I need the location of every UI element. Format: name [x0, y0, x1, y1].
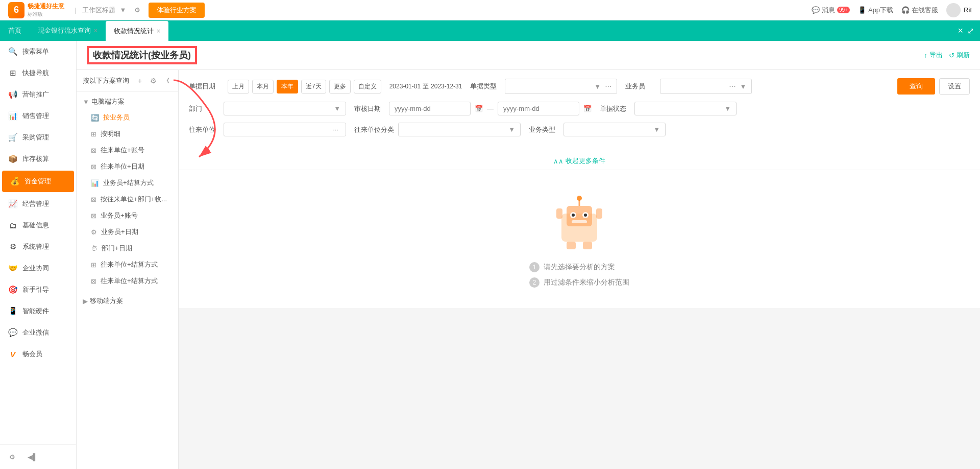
- scheme-item-unit-payment1[interactable]: ⊞ 往来单位+结算方式: [77, 256, 178, 273]
- message-badge: 99+: [837, 7, 850, 13]
- scheme-item-by-staff[interactable]: 🔄 按业务员: [77, 109, 178, 126]
- svg-rect-13: [583, 242, 592, 249]
- workspace-title: 工作区标题: [82, 6, 115, 15]
- scheme-item-staff-date[interactable]: ⚙ 业务员+日期: [77, 224, 178, 240]
- app-name: 畅捷通好生意 标准版: [28, 2, 64, 18]
- staff-select[interactable]: ··· ▼: [660, 79, 752, 94]
- scheme-item-unit-payment2[interactable]: ⊠ 往来单位+结算方式: [77, 273, 178, 289]
- export-icon: ↑: [924, 52, 928, 59]
- sidebar-item-marketing[interactable]: 📢 营销推广: [0, 84, 76, 105]
- export-btn[interactable]: ↑ 导出: [924, 51, 943, 60]
- sidebar-item-sales[interactable]: 📊 销售管理: [0, 105, 76, 127]
- date-btn-last-7days[interactable]: 近7天: [301, 80, 326, 93]
- newguide-icon: 🎯: [8, 285, 17, 294]
- sidebar-item-basic[interactable]: 🗂 基础信息: [0, 215, 76, 236]
- scheme-item-icon-2: ⊠: [91, 147, 96, 154]
- scheme-header: 按以下方案查询 + ⚙ 《: [77, 70, 178, 92]
- voucher-type-group: 单据类型 ▼ ···: [470, 79, 617, 94]
- sidebar-item-system[interactable]: ⚙ 系统管理: [0, 236, 76, 257]
- scheme-item-unit-dept[interactable]: ⊠ 按往来单位+部门+收...: [77, 191, 178, 207]
- scheme-item-unit-date[interactable]: ⊠ 往来单位+日期: [77, 158, 178, 175]
- scheme-item-staff-payment[interactable]: 📊 业务员+结算方式: [77, 175, 178, 191]
- tab-maximize[interactable]: ⤢: [967, 26, 974, 36]
- scheme-collapse-btn[interactable]: 《: [161, 75, 172, 86]
- sidebar-item-purchase[interactable]: 🛒 采购管理: [0, 127, 76, 148]
- sidebar-item-wechat[interactable]: 💬 企业微信: [0, 322, 76, 343]
- sidebar-item-hardware[interactable]: 📱 智能硬件: [0, 300, 76, 322]
- scheme-item-staff-account[interactable]: ⊠ 业务员+账号: [77, 207, 178, 224]
- counterpart-type-select[interactable]: ▼: [398, 123, 521, 136]
- chevron-down-icon: ▼: [594, 83, 601, 90]
- tab-collection-stats[interactable]: 收款情况统计 ×: [106, 21, 168, 41]
- sidebar-item-member[interactable]: V 畅会员: [0, 343, 76, 365]
- sidebar-item-finance[interactable]: 💰 资金管理: [2, 171, 74, 192]
- wechat-icon: 💬: [8, 328, 17, 337]
- scheme-item-unit-account[interactable]: ⊠ 往来单位+账号: [77, 142, 178, 158]
- marketing-icon: 📢: [8, 90, 17, 99]
- sidebar-item-quicknav[interactable]: ⊞ 快捷导航: [0, 62, 76, 84]
- settings-btn[interactable]: 设置: [939, 78, 970, 95]
- chevron-down-icon-3: ▼: [334, 105, 340, 112]
- tab-close-collection-stats[interactable]: ×: [157, 28, 160, 35]
- scheme-section-desktop-title[interactable]: ▼ 电脑端方案: [77, 94, 178, 109]
- voucher-status-select[interactable]: ▼: [634, 102, 737, 115]
- query-btn[interactable]: 查询: [897, 78, 935, 95]
- member-icon: V: [8, 349, 17, 359]
- counterpart-select[interactable]: ···: [224, 123, 346, 136]
- sidebar-item-enterprise[interactable]: 🤝 企业协同: [0, 257, 76, 279]
- content-area: 收款情况统计(按业务员) ↑ 导出 ↺ 刷新 按以下方案查询: [77, 41, 980, 469]
- filter-panel: 单据日期 上月 本月 本年 近7天 更多 自定义 2023-01-01 至: [179, 70, 980, 469]
- search-icon: 🔍: [8, 47, 17, 56]
- scheme-item-by-detail[interactable]: ⊞ 按明细: [77, 126, 178, 142]
- review-date-to[interactable]: [498, 102, 579, 115]
- app-download-btn[interactable]: 📱 App下载: [858, 6, 893, 15]
- empty-hint-2: 2 用过滤条件来缩小分析范围: [529, 277, 629, 288]
- message-btn[interactable]: 💬 消息 99+: [812, 6, 850, 15]
- dropdown-icon[interactable]: ▼: [119, 6, 126, 14]
- filter-row-2: 部门 ▼ 审核日期 📅 — 📅: [189, 102, 970, 115]
- more-icon: ···: [605, 82, 611, 91]
- calendar-icon-2[interactable]: 📅: [583, 105, 592, 112]
- online-service-btn[interactable]: 🎧 在线客服: [901, 6, 938, 15]
- counterpart-label: 往来单位: [189, 125, 219, 134]
- trial-btn[interactable]: 体验行业方案: [149, 3, 205, 18]
- sidebar-item-inventory[interactable]: 📦 库存核算: [0, 148, 76, 170]
- scheme-add-btn[interactable]: +: [134, 75, 145, 86]
- empty-hints: 1 请先选择要分析的方案 2 用过滤条件来缩小分析范围: [529, 262, 629, 288]
- sidebar-settings-btn[interactable]: ⚙: [4, 449, 20, 465]
- tab-close-bank-flow[interactable]: ×: [94, 27, 97, 34]
- date-btn-last-month[interactable]: 上月: [228, 80, 249, 93]
- sidebar-item-operations[interactable]: 📈 经营管理: [0, 193, 76, 215]
- tab-close-all[interactable]: ×: [958, 26, 963, 36]
- dept-select[interactable]: ▼: [224, 102, 346, 115]
- tab-bar-right: × ⤢: [958, 26, 980, 36]
- calendar-icon-1[interactable]: 📅: [475, 105, 483, 112]
- scheme-section-mobile-title[interactable]: ▶ 移动端方案: [77, 293, 178, 309]
- enterprise-icon: 🤝: [8, 264, 17, 273]
- date-btn-custom[interactable]: 自定义: [354, 80, 381, 93]
- collapse-bar[interactable]: ∧∧ 收起更多条件: [179, 152, 980, 170]
- sidebar-item-search[interactable]: 🔍 搜索菜单: [0, 41, 76, 62]
- user-avatar[interactable]: Rit: [946, 3, 972, 17]
- business-type-select[interactable]: ▼: [564, 123, 666, 136]
- tab-home[interactable]: 首页: [0, 20, 30, 41]
- scheme-item-icon-10: ⊠: [91, 277, 96, 285]
- refresh-btn[interactable]: ↺ 刷新: [949, 51, 970, 60]
- chevron-down-icon-5: ▼: [508, 126, 515, 133]
- service-icon: 🎧: [901, 6, 910, 14]
- date-btn-this-year[interactable]: 本年: [277, 80, 298, 93]
- scheme-item-dept-date[interactable]: ⏱ 部门+日期: [77, 240, 178, 256]
- sidebar-collapse-btn[interactable]: ◀▌: [24, 449, 41, 465]
- sidebar-item-newguide[interactable]: 🎯 新手引导: [0, 279, 76, 300]
- empty-robot-icon: [549, 191, 610, 252]
- chevron-down-icon-6: ▼: [653, 126, 660, 133]
- scheme-settings-btn[interactable]: ⚙: [148, 75, 159, 86]
- date-btn-more[interactable]: 更多: [329, 80, 351, 93]
- gear-icon[interactable]: ⚙: [130, 3, 144, 17]
- review-date-from[interactable]: [389, 102, 471, 115]
- date-btn-this-month[interactable]: 本月: [252, 80, 274, 93]
- voucher-type-select[interactable]: ▼ ···: [505, 79, 617, 94]
- tab-bank-flow[interactable]: 现金银行流水查询 ×: [30, 20, 106, 41]
- section-collapse-icon: ▼: [83, 98, 89, 106]
- top-bar-right: 💬 消息 99+ 📱 App下载 🎧 在线客服 Rit: [812, 3, 972, 17]
